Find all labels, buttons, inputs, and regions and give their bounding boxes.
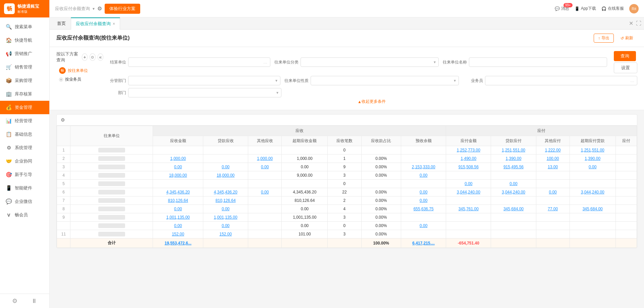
filter-add-button[interactable]: +	[82, 53, 88, 61]
system-nav-icon: ⚙	[5, 144, 12, 151]
total-ar-prepay[interactable]: 6,417,215....	[401, 238, 446, 248]
sidebar-item-operation[interactable]: 📊 经营管理	[0, 114, 49, 128]
sidebar-item-purchase[interactable]: 📦 采购管理	[0, 74, 49, 87]
sidebar-item-search-label: 搜索菜单	[15, 24, 32, 30]
tab-ar-balance[interactable]: 应收应付余额查询 ×	[71, 17, 120, 30]
refresh-button[interactable]: ↺ 刷新	[616, 34, 637, 43]
sidebar-item-basic[interactable]: 📋 基础信息	[0, 128, 49, 141]
col-ar-group-header: 应收	[153, 126, 446, 136]
sidebar-item-marketing[interactable]: 📢 营销推广	[0, 47, 49, 60]
user-avatar[interactable]: Rit	[629, 4, 639, 13]
basic-nav-icon: 📋	[5, 131, 12, 138]
scheme-item-partner[interactable]: 畅 按往来单位	[56, 66, 103, 75]
sidebar-item-hardware[interactable]: 📱 智能硬件	[0, 181, 49, 195]
header-left: 应收应付余额查询 ▾ ⚙ 体验行业方案	[55, 4, 140, 14]
sidebar: 畅 畅捷通账宝 标准版 🔍 搜索菜单 🏠 快捷导航 📢 营销推广 🛒 销售管理 …	[0, 0, 50, 308]
tab-close-icon[interactable]: ×	[113, 21, 115, 26]
tab-home-label: 首页	[57, 20, 66, 27]
collapse-sidebar-icon[interactable]: ⏸	[31, 298, 37, 305]
sidebar-item-guide[interactable]: 🎯 新手引导	[0, 168, 49, 181]
hardware-nav-icon: 📱	[5, 185, 12, 191]
filter-label: 按以下方案查询	[56, 51, 80, 63]
message-button[interactable]: 💬 消息 99+	[555, 6, 569, 11]
phone-icon: 📱	[575, 6, 580, 11]
tab-expand-icon[interactable]: ⛶	[636, 20, 641, 27]
table-row: 8masked0.000.000.0040.00%655,636.75345,7…	[57, 205, 637, 213]
table-row: 1masked01,252,773.001,251,551.001,222.00…	[57, 146, 637, 155]
filter-fields: 结算单位 … 往来单位分类 ▾	[106, 51, 637, 106]
col-ap-loan: 贷款应付	[491, 136, 536, 146]
settlement-label: 结算单位	[106, 59, 126, 65]
total-ap-loan	[491, 238, 536, 248]
col-ar-count: 应收笔数	[328, 136, 361, 146]
table-row: 9masked1,001,135.001,001,135.001,001,135…	[57, 213, 637, 222]
app-download-button[interactable]: 📱 App下载	[575, 6, 596, 11]
logo-name: 畅捷通账宝	[17, 3, 39, 9]
message-icon: 💬	[555, 6, 560, 11]
tab-close-all-icon[interactable]: ✕	[629, 20, 633, 27]
sidebar-item-inventory[interactable]: 🏢 库存核算	[0, 87, 49, 101]
col-ap-overdue: 超期应付货款	[570, 136, 615, 146]
sales-nav-icon: 🛒	[5, 64, 12, 71]
filter-collapse-button[interactable]: ▲ 收起更多条件	[106, 97, 637, 106]
service-button[interactable]: 🎧 在线客服	[601, 6, 624, 11]
total-ar-count	[328, 238, 361, 248]
sidebar-item-wechat[interactable]: 💬 企业微信	[0, 195, 49, 208]
filter-collapse-button[interactable]: «	[98, 53, 103, 61]
partner-nature-chevron-icon: ▾	[454, 78, 456, 83]
page-header-actions: ↑ 导出 ↺ 刷新	[594, 34, 637, 43]
sidebar-item-sales[interactable]: 🛒 销售管理	[0, 60, 49, 74]
col-num-header	[57, 126, 70, 146]
sidebar-item-nav[interactable]: 🏠 快捷导航	[0, 34, 49, 47]
sidebar-item-purchase-label: 采购管理	[15, 78, 32, 84]
col-partner-header: 往来单位	[70, 126, 153, 146]
gear-icon[interactable]: ⚙	[97, 5, 102, 12]
export-button[interactable]: ↑ 导出	[594, 34, 614, 43]
solution-button[interactable]: 体验行业方案	[105, 4, 140, 14]
table-settings-icon[interactable]: ⚙	[61, 117, 65, 123]
table-row: 3masked0.000.000.000.0090.00%2,153,333.0…	[57, 163, 637, 171]
finance-nav-icon: 💰	[5, 104, 12, 111]
app-label: App下载	[581, 6, 596, 11]
setting-button[interactable]: 设置	[614, 62, 637, 73]
scheme-salesperson-radio	[59, 78, 63, 82]
col-ar-overdue: 超期应收金额	[282, 136, 328, 146]
col-ap-amount: 应付金额	[446, 136, 491, 146]
sidebar-item-system-label: 系统管理	[15, 145, 32, 151]
header-right: 💬 消息 99+ 📱 App下载 🎧 在线客服 Rit	[555, 4, 639, 13]
col-ar-amount: 应收金额	[153, 136, 203, 146]
query-button[interactable]: 查询	[614, 51, 636, 61]
total-ar-overdue	[282, 238, 328, 248]
partner-nature-label: 往来单位性质	[284, 78, 309, 84]
settings-bottom-icon[interactable]: ⚙	[12, 297, 17, 305]
main-table: 往来单位 应收 应付 应收金额 贷款应收 其他应收 超期应收金额 应收笔数 应收…	[57, 126, 637, 248]
chevron-down-icon[interactable]: ▾	[93, 6, 95, 11]
enterprise-nav-icon: 🤝	[5, 158, 12, 165]
filter-settlement-unit: 结算单位 …	[106, 57, 270, 67]
filter-dept-manager: 分管部门 ▾	[106, 76, 280, 85]
main-wrapper: 应收应付余额查询 ▾ ⚙ 体验行业方案 💬 消息 99+ 📱 App下载 🎧 在…	[50, 0, 644, 308]
dept-mgr-chevron-icon: ▾	[275, 78, 277, 83]
logo-sub: 标准版	[17, 9, 39, 14]
filter-partner-category: 往来单位分类 ▾	[274, 57, 439, 67]
total-ar-amount[interactable]: 19,553,472,6...	[153, 238, 203, 248]
scheme-item-salesperson[interactable]: 按业务员	[56, 75, 103, 84]
sidebar-item-finance[interactable]: 💰 资金管理	[0, 101, 49, 114]
sidebar-nav: 🔍 搜索菜单 🏠 快捷导航 📢 营销推广 🛒 销售管理 📦 采购管理 🏢 库存核…	[0, 17, 49, 294]
partner-name-input[interactable]	[469, 57, 607, 67]
user-initials: Rit	[632, 7, 636, 11]
sidebar-item-enterprise[interactable]: 🤝 企业协同	[0, 155, 49, 168]
service-label: 在线客服	[608, 6, 624, 11]
sidebar-item-enterprise-label: 企业协同	[15, 158, 32, 164]
filter-edit-button[interactable]: ⊙	[90, 53, 95, 61]
filter-partner-nature: 往来单位性质 ▾	[284, 76, 459, 85]
table-row: 7masked810,126.64810,126.64810,126.6420.…	[57, 196, 637, 205]
sidebar-item-member[interactable]: V 畅会员	[0, 208, 49, 222]
table-row: 2masked1,000.001,000.001,000.0010.00%1,4…	[57, 155, 637, 163]
table-row: 4masked18,000.0018,000.009,000.0030.00%0…	[57, 171, 637, 180]
tab-home[interactable]: 首页	[52, 17, 71, 30]
sidebar-item-search[interactable]: 🔍 搜索菜单	[0, 20, 49, 34]
sidebar-item-system[interactable]: ⚙ 系统管理	[0, 141, 49, 155]
salesperson-label: 业务员	[463, 78, 483, 84]
query-actions: 查询 设置	[614, 51, 637, 73]
